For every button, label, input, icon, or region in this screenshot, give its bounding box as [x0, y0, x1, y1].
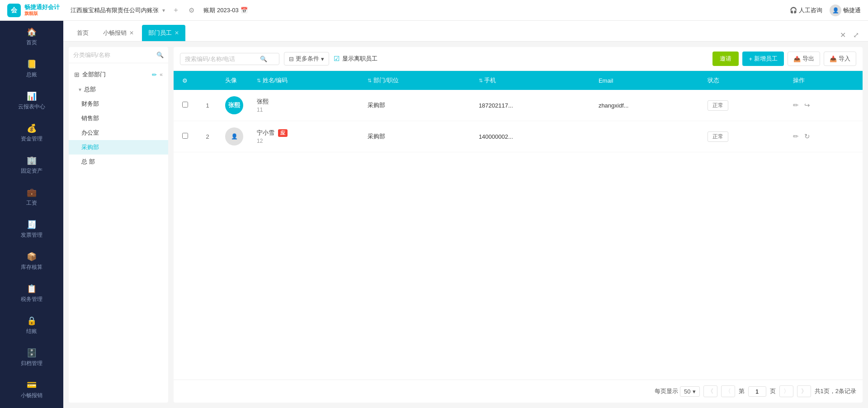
sidebar-label-invoice: 发票管理 — [21, 231, 42, 239]
col-name-code[interactable]: ⇅ 姓名/编码 — [250, 71, 361, 90]
row1-logout-icon[interactable]: ↪ — [804, 101, 810, 109]
sidebar-item-assets[interactable]: 🏢 固定资产 — [0, 149, 63, 181]
row1-name-code-block: 张熙 11 — [257, 98, 355, 113]
invite-button[interactable]: 邀请 — [712, 52, 739, 66]
import-icon: 📥 — [830, 56, 837, 62]
dept-search-input[interactable] — [73, 52, 154, 58]
service-label: 人工咨询 — [799, 6, 822, 14]
dept-node-sales[interactable]: 销售部 — [69, 111, 168, 126]
row1-checkbox[interactable] — [174, 90, 196, 121]
page-last-button[interactable]: 》 — [797, 385, 811, 397]
dept-node-general-title[interactable]: ▼ 总部 — [69, 82, 168, 97]
content-area: 首页 小畅报销 ✕ 部门员工 ✕ ✕ ⤢ 🔍 — [63, 21, 868, 408]
dept-edit-icon[interactable]: ✏ — [152, 71, 157, 78]
dept-collapse-icon[interactable]: « — [160, 71, 163, 78]
row1-name: 张熙 — [257, 98, 355, 106]
show-resigned-label: 显示离职员工 — [342, 55, 377, 63]
row2-checkbox[interactable] — [174, 121, 196, 152]
app-title: 畅捷通好会计 — [24, 4, 60, 11]
close-tab-icon[interactable]: ✕ — [838, 29, 848, 41]
dept-search-icon[interactable]: 🔍 — [156, 52, 164, 58]
sidebar-label-funds: 资金管理 — [21, 135, 42, 143]
dept-panel: 🔍 ⊞ 全部部门 ✏ « ▼ 总部 — [69, 47, 168, 403]
filter-label: 更多条件 — [296, 55, 319, 63]
headset-icon: 🎧 — [790, 7, 797, 14]
dept-node-finance[interactable]: 财务部 — [69, 97, 168, 111]
sidebar-item-tax[interactable]: 📋 税务管理 — [0, 277, 63, 310]
period-label: 账期 — [203, 6, 215, 14]
sidebar-item-payroll[interactable]: 💼 工资 — [0, 181, 63, 213]
company-dropdown-icon[interactable]: ▾ — [162, 7, 165, 14]
row2-name-code-block: 宁小雪 应 12 — [257, 129, 355, 144]
row1-email: zhangxidf... — [592, 90, 701, 121]
tab-dept-emp-label: 部门员工 — [148, 29, 172, 37]
tab-dept-emp[interactable]: 部门员工 ✕ — [142, 25, 185, 41]
sidebar-item-expense[interactable]: 💳 小畅报销 — [0, 374, 63, 406]
show-resigned-toggle[interactable]: ☑ 显示离职员工 — [334, 55, 377, 63]
tab-expense-close[interactable]: ✕ — [129, 30, 134, 36]
col-phone[interactable]: ⇅ 手机 — [472, 71, 592, 90]
dept-node-hq[interactable]: 总 部 — [69, 155, 168, 169]
filter-button[interactable]: ⊟ 更多条件 ▾ — [284, 52, 329, 66]
sidebar-label-close: 结账 — [26, 328, 37, 335]
expand-tab-icon[interactable]: ⤢ — [851, 29, 861, 41]
col-email: Email — [592, 71, 701, 90]
row2-badge: 应 — [278, 129, 288, 137]
sidebar-item-home[interactable]: 🏠 首页 — [0, 21, 63, 53]
row2-actions: ✏ ↻ — [787, 121, 863, 152]
sidebar-item-funds[interactable]: 💰 资金管理 — [0, 117, 63, 149]
col-dept[interactable]: ⇅ 部门/职位 — [361, 71, 472, 90]
row2-edit-icon[interactable]: ✏ — [793, 132, 799, 141]
sidebar-item-inventory[interactable]: 📦 库存核算 — [0, 245, 63, 277]
add-company-icon[interactable]: ＋ — [172, 5, 179, 15]
export-button[interactable]: 📤 导出 — [788, 52, 820, 66]
settings-icon[interactable]: ⚙ — [189, 6, 194, 14]
company-selector[interactable]: 江西服宝精品有限责任公司内账张 ▾ ＋ ⚙ 账期 2023-03 📅 — [71, 5, 790, 15]
emp-search-box[interactable]: 🔍 — [180, 53, 279, 65]
row2-check[interactable] — [182, 133, 188, 139]
row2-name: 宁小雪 — [257, 129, 274, 136]
page-next-button[interactable]: 〉 — [779, 385, 793, 397]
page-prev-button[interactable]: 〈 — [721, 385, 735, 397]
row1-check[interactable] — [182, 102, 188, 108]
calendar-icon[interactable]: 📅 — [241, 7, 248, 14]
company-name: 江西服宝精品有限责任公司内账张 — [71, 6, 159, 14]
sidebar-item-settings[interactable]: ⚙️ 基础设置 — [0, 406, 63, 408]
sidebar-item-reports[interactable]: 📊 云报表中心 — [0, 85, 63, 117]
row2-refresh-icon[interactable]: ↻ — [804, 132, 810, 141]
add-employee-button[interactable]: + 新增员工 — [742, 52, 784, 66]
emp-search-input[interactable] — [185, 56, 257, 62]
user-menu[interactable]: 👤 畅捷通 — [830, 5, 861, 16]
row1-edit-icon[interactable]: ✏ — [793, 101, 799, 109]
row2-dept: 采购部 — [361, 121, 472, 152]
sidebar-item-invoice[interactable]: 🧾 发票管理 — [0, 213, 63, 245]
row1-status: 正常 — [701, 90, 787, 121]
import-button[interactable]: 📥 导入 — [824, 52, 856, 66]
row2-action-group: ✏ ↻ — [793, 132, 856, 141]
row1-num: 1 — [196, 90, 219, 121]
row2-avatar: 👤 — [219, 121, 250, 152]
sidebar-label-ledger: 总账 — [26, 71, 37, 79]
page-unit: 页 — [770, 387, 776, 395]
page-first-button[interactable]: 《 — [703, 385, 717, 397]
sidebar-item-archive[interactable]: 🗄️ 归档管理 — [0, 342, 63, 374]
service-button[interactable]: 🎧 人工咨询 — [790, 6, 822, 14]
sidebar-item-ledger[interactable]: 📒 总账 — [0, 53, 63, 85]
col-settings[interactable]: ⚙ — [174, 71, 196, 90]
row1-dept: 采购部 — [361, 90, 472, 121]
tab-dept-emp-close[interactable]: ✕ — [175, 30, 179, 36]
sidebar-item-close[interactable]: 🔒 结账 — [0, 310, 63, 342]
emp-search-icon[interactable]: 🔍 — [260, 56, 267, 62]
dept-all-header[interactable]: ⊞ 全部部门 ✏ « — [69, 67, 168, 82]
dept-search: 🔍 — [69, 47, 168, 63]
dept-node-office[interactable]: 办公室 — [69, 126, 168, 140]
payroll-icon: 💼 — [27, 188, 37, 197]
dept-label-purchase: 采购部 — [81, 143, 99, 151]
dept-node-purchase[interactable]: 采购部 — [69, 140, 168, 155]
tab-expense[interactable]: 小畅报销 ✕ — [97, 25, 140, 41]
tab-home[interactable]: 首页 — [71, 25, 95, 41]
page-size-box[interactable]: 50 ▾ — [680, 386, 699, 397]
tabs-bar: 首页 小畅报销 ✕ 部门员工 ✕ ✕ ⤢ — [63, 21, 868, 42]
page-input[interactable] — [748, 386, 766, 397]
sidebar-label-expense: 小畅报销 — [21, 392, 42, 399]
